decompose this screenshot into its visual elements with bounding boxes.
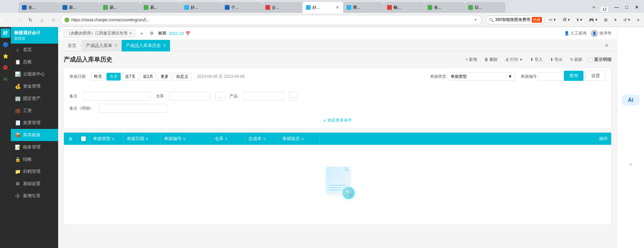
export-button[interactable]: ⬇ 导出: [548, 56, 565, 64]
browser-tab-7[interactable]: 企...: [262, 2, 303, 13]
back-button[interactable]: ←: [3, 15, 12, 25]
sidebar-item-home[interactable]: ⌂ 首页: [11, 44, 58, 56]
url-bar[interactable]: 🔒 https://cloud.chanjet.com/accounting/u…: [60, 15, 482, 25]
account-settings-button[interactable]: ⚙: [148, 30, 156, 37]
warehouse-filter-input[interactable]: [169, 92, 210, 100]
warehouse-ellipsis-btn[interactable]: ...: [215, 92, 224, 100]
sidebar-item-tax[interactable]: 📝 税务管理: [11, 141, 58, 153]
theme-tool[interactable]: ☀: [612, 17, 619, 23]
game-tool[interactable]: 🎮 ▼: [587, 17, 600, 23]
currency-tool[interactable]: ¥ ▼: [575, 17, 585, 23]
sidebar-item-payroll[interactable]: 💼 工资: [11, 105, 58, 117]
product-ellipsis-btn[interactable]: ...: [289, 92, 298, 100]
th-status[interactable]: 单据状态 ⇅: [279, 133, 319, 145]
tab-8-close[interactable]: ✕: [335, 4, 340, 10]
account-add-button[interactable]: +: [138, 30, 145, 37]
browser-tab-8[interactable]: 好... ✕: [303, 2, 343, 13]
search-box-360[interactable]: 🔍 360智能抠图免费用 热搜: [486, 16, 545, 24]
sidebar-item-home-label: 首页: [23, 47, 32, 53]
remark-filter-input[interactable]: [83, 92, 150, 100]
collapse-button[interactable]: ∧ 收起更多条件: [69, 116, 606, 125]
app-logo[interactable]: 好: [1, 28, 10, 38]
th-num[interactable]: 单据编号 ⇅: [161, 133, 211, 145]
account-selector[interactable]: （勿删勿禁用）江西服宝测试专用 ▼: [64, 29, 135, 38]
detail-remark-input[interactable]: [99, 104, 167, 113]
display-detail-toggle[interactable]: 显示明细: [588, 57, 612, 63]
number-filter-label: 单据编号: [521, 74, 537, 80]
maximize-button[interactable]: □: [622, 3, 631, 12]
left-icon-4[interactable]: ✉: [1, 74, 10, 84]
table-body: 🔍: [64, 145, 611, 225]
left-icon-2[interactable]: ⭐: [1, 51, 10, 61]
import-button[interactable]: ⬆ 导入: [528, 56, 545, 64]
ai-button[interactable]: Ai: [622, 95, 640, 106]
browser-tab-9[interactable]: 腾...: [343, 2, 384, 13]
tab-history-label: 产成品入库单历史: [126, 43, 161, 49]
browser-tab-6[interactable]: 个...: [221, 2, 262, 13]
settings-button[interactable]: 设置: [586, 71, 606, 81]
tab-history[interactable]: 产成品入库单历史 ✕: [122, 40, 170, 51]
product-filter-input[interactable]: [243, 92, 284, 100]
refresh-button[interactable]: ↻ 刷新: [568, 56, 585, 64]
query-button[interactable]: 查询: [564, 71, 583, 81]
service-link[interactable]: 👤 人工咨询: [564, 30, 587, 36]
th-warehouse[interactable]: 仓库 ⇅: [211, 133, 245, 145]
browser-tab-12[interactable]: 目...: [465, 2, 505, 13]
date-yesterday-btn[interactable]: 昨天: [91, 73, 105, 81]
browser-tab-11[interactable]: 各...: [424, 2, 465, 13]
ssl-icon: 🔒: [65, 18, 69, 22]
left-icon-3[interactable]: 🅦: [1, 63, 10, 72]
browser-tab-10[interactable]: 畅...: [384, 2, 424, 13]
date-custom-btn[interactable]: 自定义: [173, 73, 191, 81]
th-settings[interactable]: ⚙: [64, 133, 77, 145]
tab-list[interactable]: 产成品入库单 ✕: [82, 40, 122, 51]
sidebar-item-inventory[interactable]: 📦 库存核算: [11, 129, 58, 141]
type-filter-select[interactable]: 单据类型 ▼: [448, 72, 515, 81]
close-window-button[interactable]: ✕: [633, 3, 641, 12]
bookmark-button[interactable]: ☆: [49, 15, 58, 25]
th-date[interactable]: 单据日期 ⇅: [123, 133, 161, 145]
page-close-button[interactable]: ✕: [602, 42, 612, 49]
th-type[interactable]: 单据类型 ⇅: [90, 133, 123, 145]
forward-button[interactable]: →: [14, 15, 24, 25]
breadcrumb-home[interactable]: 首页: [64, 40, 80, 51]
add-button[interactable]: + 新增: [463, 56, 479, 64]
delete-button[interactable]: 🗑 删除: [482, 56, 500, 64]
sidebar-item-guide[interactable]: ➕ 新增引导: [11, 190, 58, 202]
new-tab-button[interactable]: +: [589, 2, 599, 13]
date-7days-btn[interactable]: 近7天: [122, 73, 139, 81]
more-tool[interactable]: ≡: [635, 17, 641, 23]
sidebar-item-fund[interactable]: 💰 资金管理: [11, 80, 58, 92]
tab-list-close[interactable]: ✕: [114, 43, 117, 48]
sidebar-item-archive[interactable]: 📁 归档管理: [11, 165, 58, 178]
browser-tab-2[interactable]: 新...: [59, 2, 100, 13]
print-button[interactable]: 🖨 打印 ▼: [503, 56, 525, 64]
th-cost[interactable]: 总成本 ⇅: [245, 133, 279, 145]
minimize-button[interactable]: —: [612, 3, 621, 12]
browser-tab-3[interactable]: 易...: [100, 2, 140, 13]
date-1month-btn[interactable]: 近1月: [140, 73, 157, 81]
date-more-btn[interactable]: 更多: [158, 73, 172, 81]
display-detail-checkbox[interactable]: [588, 57, 593, 62]
date-today-btn[interactable]: 今天: [106, 73, 121, 81]
browser-tab-4[interactable]: 易...: [140, 2, 181, 13]
sidebar-item-closing[interactable]: 🔒 结账: [11, 153, 58, 165]
left-icon-1[interactable]: 🔵: [1, 40, 10, 49]
tab-history-close[interactable]: ✕: [163, 43, 166, 48]
scissors-tool[interactable]: ✂ ▼: [547, 17, 558, 23]
sidebar-item-ledger[interactable]: 📋 总账: [11, 56, 58, 68]
home-button[interactable]: ⌂: [37, 15, 47, 25]
sidebar-item-settings[interactable]: ⚙ 基础设置: [11, 178, 58, 190]
browser-tab-5[interactable]: 好...: [181, 2, 221, 13]
browser-tab-1[interactable]: 在...: [19, 2, 59, 13]
translate-tool[interactable]: 译 ▼: [560, 16, 573, 24]
sidebar-item-assets[interactable]: 🏢 固定资产: [11, 92, 58, 105]
grid-tool[interactable]: ⊞: [602, 17, 610, 23]
history-tool[interactable]: ↺ ▼: [621, 17, 633, 23]
reload-button[interactable]: ↻: [26, 15, 35, 25]
sidebar-item-cloud-report[interactable]: 📊 云报表中心: [11, 68, 58, 80]
sidebar-item-invoice[interactable]: 🧾 发票管理: [11, 117, 58, 129]
th-checkbox[interactable]: [77, 133, 90, 145]
calendar-icon[interactable]: 📅: [185, 31, 190, 36]
header-checkbox[interactable]: [81, 136, 86, 141]
